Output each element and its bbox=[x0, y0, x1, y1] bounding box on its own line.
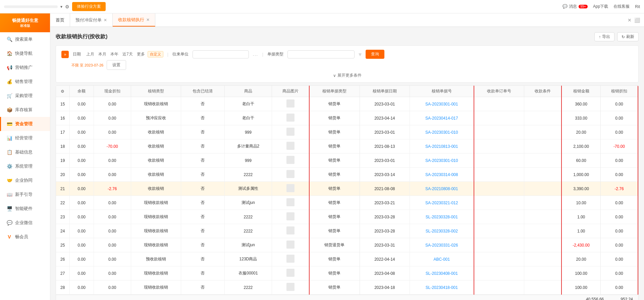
td-include-cleared: 否 bbox=[181, 224, 224, 238]
tab-receipt-write-off[interactable]: 收款核销执行 ✕ bbox=[113, 13, 155, 27]
bill-no-link[interactable]: SA-20230331-026 bbox=[425, 243, 458, 248]
td-write-off-type: 收款核销 bbox=[131, 168, 181, 182]
td-bill-no: SA-20230301-001 bbox=[410, 97, 474, 111]
td-goods: 2222 bbox=[225, 210, 272, 224]
filter-expand-button[interactable]: » bbox=[61, 51, 69, 58]
bill-type-dropdown-icon[interactable]: ▾ bbox=[359, 51, 362, 58]
sidebar-item-smart-hw[interactable]: 🖥️ 智能硬件 bbox=[0, 202, 50, 216]
bill-no-link[interactable]: SA-20230414-017 bbox=[425, 116, 458, 121]
bill-no-link[interactable]: SL-20230328-001 bbox=[426, 215, 458, 219]
bill-type-input[interactable] bbox=[287, 50, 355, 58]
td-write-off-type: 预冲应应收 bbox=[131, 111, 181, 125]
dropdown-icon[interactable]: ▾ bbox=[60, 4, 62, 9]
sidebar-item-wechat[interactable]: 💬 企业微信 bbox=[0, 216, 50, 230]
sidebar-item-member[interactable]: V 畅会员 bbox=[0, 230, 50, 244]
date-last-month[interactable]: 上月 bbox=[85, 51, 96, 58]
sidebar-item-sales[interactable]: 💰 销售管理 bbox=[0, 75, 50, 89]
query-button[interactable]: 查询 bbox=[366, 50, 384, 59]
td-write-off-type: 收款核销 bbox=[131, 182, 181, 196]
refresh-button[interactable]: ↻ 刷新 bbox=[617, 32, 639, 41]
tab-maximize-icon[interactable]: ✕ bbox=[628, 17, 632, 23]
date-this-month[interactable]: 本月 bbox=[97, 51, 108, 58]
goods-image-cell bbox=[272, 154, 309, 168]
bill-no-link[interactable]: ABC-001 bbox=[433, 257, 450, 262]
date-more[interactable]: 更多 bbox=[136, 51, 146, 58]
td-bill-no: SA-20230301-010 bbox=[410, 125, 474, 139]
date-custom[interactable]: 自定义 bbox=[148, 51, 163, 57]
online-service-link[interactable]: 在线客服 bbox=[613, 4, 630, 9]
search-box[interactable] bbox=[4, 5, 58, 8]
app-download-link[interactable]: App下载 bbox=[593, 4, 608, 9]
expand-more-btn[interactable]: ∨ 展开更多条件 bbox=[61, 73, 633, 78]
bill-no-link[interactable]: SL-20230328-002 bbox=[426, 229, 458, 233]
export-icon: ↑ bbox=[599, 35, 601, 39]
td-bill-date: 2023-04-18 bbox=[360, 281, 410, 295]
sidebar-item-business[interactable]: 📊 经营管理 bbox=[0, 131, 50, 145]
bill-no-link[interactable]: SA-20230314-008 bbox=[425, 172, 458, 177]
td-cash-discount: -2.76 bbox=[94, 182, 131, 196]
td-receipt-condition bbox=[524, 139, 562, 154]
bill-no-link[interactable]: SA-20230301-010 bbox=[425, 158, 458, 163]
date-7days[interactable]: 近7天 bbox=[121, 51, 134, 58]
td-write-off-amount: 1.00 bbox=[561, 224, 600, 238]
tab-close-receipt[interactable]: ✕ bbox=[146, 17, 150, 22]
date-range-text: 不限 至 2023-07-26 bbox=[71, 63, 103, 68]
tab-close-prepay[interactable]: ✕ bbox=[104, 18, 107, 23]
bill-no-link[interactable]: SL-20230408-001 bbox=[426, 271, 458, 276]
industry-btn[interactable]: 体验行业方案 bbox=[72, 2, 106, 11]
table-container: ⚙ 余额 现金折扣 核销类型 包含已结清 商品 商品图片 核销单据类型 核销单据… bbox=[56, 85, 639, 300]
sidebar-item-search[interactable]: 🔍 搜索菜单 bbox=[0, 32, 50, 46]
td-include-cleared: 否 bbox=[181, 111, 224, 125]
sidebar-item-quick-nav[interactable]: 🏠 快捷导航 bbox=[0, 46, 50, 60]
smart-hw-icon: 🖥️ bbox=[6, 206, 12, 211]
bill-no-link[interactable]: SA-20210813-001 bbox=[425, 144, 458, 149]
user-name[interactable]: Rit bbox=[635, 4, 640, 9]
settings-icon[interactable]: ⚙ bbox=[65, 4, 69, 9]
guide-icon: 📖 bbox=[6, 192, 12, 197]
total-write-off-amount: 40,556,66... bbox=[586, 297, 607, 300]
sidebar-item-basic[interactable]: 📋 基础信息 bbox=[0, 145, 50, 159]
sidebar-item-purchase[interactable]: 🛒 采购管理 bbox=[0, 89, 50, 103]
sidebar-item-enterprise[interactable]: 🤝 企业协同 bbox=[0, 173, 50, 187]
sidebar-item-guide[interactable]: 📖 新手引导 bbox=[0, 187, 50, 202]
sidebar-item-finance[interactable]: 💳 资金管理 bbox=[0, 117, 50, 131]
partner-input[interactable] bbox=[193, 50, 249, 58]
td-balance: 0.00 bbox=[69, 97, 94, 111]
bill-no-link[interactable]: SA-20210808-001 bbox=[425, 186, 458, 191]
filter-row: » 日期 上月 本月 本年 近7天 更多 自定义 | 往来单位 bbox=[61, 50, 633, 59]
table-row: 17 0.00 0.00 收款核销 否 999 销货单 2023-03-01 S… bbox=[56, 125, 638, 139]
tab-home[interactable]: 首页 bbox=[50, 13, 70, 27]
td-no: 16 bbox=[56, 111, 69, 125]
tab-prepay[interactable]: 预付冲应付单 ✕ bbox=[70, 13, 113, 27]
bill-no-link[interactable]: SA-20230301-010 bbox=[425, 130, 458, 135]
sidebar-item-system[interactable]: ⚙️ 系统管理 bbox=[0, 159, 50, 173]
tab-spacer bbox=[155, 13, 624, 27]
goods-image-cell bbox=[272, 97, 309, 111]
td-write-off-amount: 60.00 bbox=[561, 154, 600, 168]
business-icon: 📊 bbox=[6, 135, 12, 141]
date-this-year[interactable]: 本年 bbox=[109, 51, 120, 58]
messages-icon[interactable]: 💬 消息 99+ bbox=[562, 4, 588, 9]
bill-no-link[interactable]: SA-20230301-001 bbox=[425, 102, 458, 106]
td-write-off-discount: 0.00 bbox=[600, 111, 638, 125]
table-scroll[interactable]: ⚙ 余额 现金折扣 核销类型 包含已结清 商品 商品图片 核销单据类型 核销单据… bbox=[56, 86, 638, 295]
notification-badge: 99+ bbox=[579, 5, 588, 8]
th-settings[interactable]: ⚙ bbox=[56, 86, 69, 97]
settings-button[interactable]: 设置 bbox=[107, 60, 126, 70]
export-button[interactable]: ↑ 导出 bbox=[594, 32, 614, 41]
bill-no-link[interactable]: SA-20230321-012 bbox=[425, 201, 458, 205]
bill-no-link[interactable]: SL-20230418-001 bbox=[426, 285, 458, 290]
sidebar-item-inventory[interactable]: 📦 库存核算 bbox=[0, 103, 50, 117]
td-bill-no: SA-20230331-026 bbox=[410, 238, 474, 252]
td-bill-date: 2021-08-13 bbox=[360, 139, 410, 154]
filter-divider-2: | bbox=[262, 52, 263, 57]
table-row: 25 0.00 0.00 现销收款核销 否 测试jun 销货退货单 2023-0… bbox=[56, 238, 638, 252]
table-header-row: ⚙ 余额 现金折扣 核销类型 包含已结清 商品 商品图片 核销单据类型 核销单据… bbox=[56, 86, 638, 97]
tab-fullscreen-icon[interactable]: ⬜ bbox=[634, 17, 640, 23]
sidebar-item-marketing[interactable]: 📢 营销推广 bbox=[0, 60, 50, 75]
td-bill-date: 2023-04-14 bbox=[360, 111, 410, 125]
table-row: 27 0.00 0.00 现销收款核销 否 衣服00001 销货单 2023-0… bbox=[56, 266, 638, 281]
td-write-off-type: 现销收款核销 bbox=[131, 210, 181, 224]
td-no: 28 bbox=[56, 281, 69, 295]
table-row: 16 0.00 0.00 预冲应应收 否 老白干 销货单 2023-04-14 … bbox=[56, 111, 638, 125]
